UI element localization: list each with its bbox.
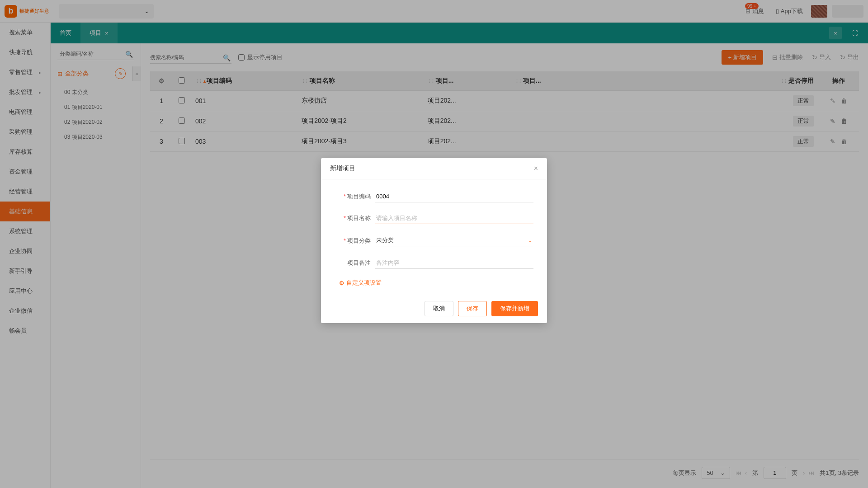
modal-title: 新增项目 xyxy=(330,164,355,173)
project-code-input[interactable] xyxy=(375,191,533,202)
gear-icon: ⚙ xyxy=(339,280,344,286)
project-category-select[interactable]: 未分类 ⌄ xyxy=(375,234,533,247)
chevron-down-icon: ⌄ xyxy=(528,237,533,244)
project-name-input[interactable] xyxy=(375,212,533,224)
custom-settings-link[interactable]: ⚙ 自定义项设置 xyxy=(339,279,533,287)
remark-label: 项目备注 xyxy=(347,259,371,266)
modal-overlay: 新增项目 × *项目编码 *项目名称 *项目分类 未分类 ⌄ 项目备注 xyxy=(0,0,868,488)
save-button[interactable]: 保存 xyxy=(458,301,487,316)
modal-close-button[interactable]: × xyxy=(534,164,538,173)
add-project-modal: 新增项目 × *项目编码 *项目名称 *项目分类 未分类 ⌄ 项目备注 xyxy=(321,158,547,323)
cancel-button[interactable]: 取消 xyxy=(425,301,453,316)
modal-header: 新增项目 × xyxy=(321,158,547,179)
code-label: 项目编码 xyxy=(347,193,371,200)
category-label: 项目分类 xyxy=(347,237,371,244)
save-add-button[interactable]: 保存并新增 xyxy=(491,301,538,316)
project-remark-input[interactable] xyxy=(375,257,533,269)
name-label: 项目名称 xyxy=(347,215,371,221)
